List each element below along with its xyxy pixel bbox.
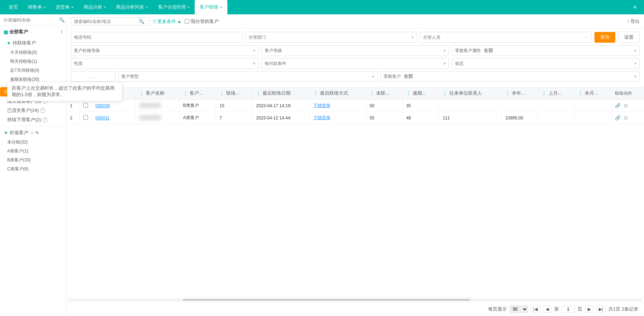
nav-analysis[interactable]: 商品分析 × (79, 0, 111, 14)
manager-field[interactable]: 分管人员 ··· (420, 32, 592, 43)
sidebar-today-contact[interactable]: 今天待联络(0) (3, 48, 66, 57)
filter-row-2: 客户价格等级 ▾ 客户等级 ▾ 零散客户属性 全部 ▾ (71, 45, 640, 56)
row1-type: B类客户 (179, 100, 216, 112)
export-icon: ↑ (627, 19, 630, 24)
row1-action[interactable]: 🔗 ⊞ (611, 100, 644, 112)
search-icon[interactable]: 🔍 (59, 17, 65, 23)
sidebar-tomorrow-contact[interactable]: 明天待联络(1) (3, 57, 66, 66)
sidebar-7day-contact[interactable]: 近7天待联络(0) (3, 66, 66, 75)
filter-icon: ▽ (153, 19, 156, 24)
row2-grid-icon[interactable]: ⊞ (624, 115, 628, 121)
phone-field[interactable]: 电话号码 (71, 32, 242, 43)
th-not-contact: ⋮ 未联... (366, 87, 402, 100)
sidebar-class-c[interactable]: C类客户(6) (0, 165, 66, 174)
sidebar-churned[interactable]: 已流失客户(24) ? (0, 106, 66, 115)
filter-search-input[interactable] (74, 19, 139, 24)
retail-attr-dropdown-icon: ▾ (634, 48, 636, 53)
last-page-button[interactable]: ▶| (596, 306, 606, 313)
nav-customer-tier[interactable]: 客户分层经营 × (153, 0, 195, 14)
row1-check[interactable] (79, 100, 92, 112)
nav-sales[interactable]: 销售单 × (23, 0, 51, 14)
row1-last-month (538, 100, 575, 112)
row2-unit-contact: 111 (439, 112, 501, 124)
content-area: 🔍 ▽ 更多条件 ▲ 我分管的客户 ↑ 导出 电话号码 (66, 14, 644, 316)
sidebar-class-b[interactable]: B类客户(33) (0, 156, 66, 165)
nav-purchase[interactable]: 进货单 × (51, 0, 78, 14)
th-last-month: ⋮ 上月... (538, 87, 575, 100)
customer-table: ⚙ ⋮ 客户编码 ⋮ 客户名称 (66, 87, 644, 124)
my-customers-check[interactable] (185, 19, 189, 24)
row1-name[interactable] (135, 100, 179, 112)
row1-link-icon[interactable]: 🔗 (615, 103, 621, 108)
export-button[interactable]: ↑ 导出 (627, 18, 640, 25)
prev-page-button[interactable]: ◀ (543, 306, 551, 313)
page-number-input[interactable] (562, 306, 575, 313)
payment-field[interactable]: 收付款条件 ▾ (261, 58, 449, 69)
edit-icon2[interactable]: ✎ (35, 130, 39, 136)
dept-field[interactable]: 分管部门 ▾ (245, 32, 417, 43)
query-button[interactable]: 查询 (594, 32, 615, 43)
manager-dots: ··· (583, 34, 588, 40)
horizontal-scrollbar[interactable] (66, 297, 644, 302)
row1-checkbox[interactable] (83, 103, 88, 108)
customer-type-field[interactable]: 客户类型 ▾ (118, 71, 377, 82)
row2-last-method[interactable]: 下销货单 (310, 112, 366, 124)
th-last-contact-method: ⋮ 最后联络方式 (310, 87, 366, 100)
window-close-button[interactable]: × (629, 4, 640, 11)
table-header-row: ⚙ ⋮ 客户编码 ⋮ 客户名称 (66, 87, 644, 100)
th-overdue: ⋮ 逾期... (402, 87, 439, 100)
sidebar-ungrouped[interactable]: 未分组(32) (0, 138, 66, 147)
nav-customer-contact[interactable]: 客户联络 × (195, 0, 227, 14)
nav-home[interactable]: 首页 (4, 0, 23, 14)
row2-contact: 7 (216, 112, 252, 124)
status-field[interactable]: 状态 ▾ (452, 58, 640, 69)
first-page-button[interactable]: |◀ (531, 306, 540, 313)
retail-customer-field[interactable]: 零散客户 全部 ▾ (380, 71, 640, 82)
row2-last-month (538, 112, 575, 124)
row2-last-date: 2023-04-12 14:44: (252, 112, 310, 124)
scroll-thumb[interactable] (183, 299, 470, 301)
next-page-button[interactable]: ▶ (585, 306, 593, 313)
th-this-year: ⋮ 本年... (501, 87, 538, 100)
nav-analysis-list[interactable]: 商品分析列表 × (111, 0, 153, 14)
pending-contact-title[interactable]: ▼ 待联络客户 (3, 38, 66, 48)
sidebar-all-customers[interactable]: ▦ 全部客户 《 (0, 26, 66, 38)
filter-search-wrap: 🔍 (71, 17, 150, 25)
dots-field[interactable]: ... (71, 71, 115, 82)
sidebar-class-a[interactable]: A类客户(1) (0, 147, 66, 156)
info-icon-3: ? (40, 108, 45, 113)
collapse-icon: 《 (59, 29, 62, 35)
sidebar-declining[interactable]: 持续下滑客户(2) ? (0, 115, 66, 124)
my-customers-checkbox[interactable]: 我分管的客户 (185, 18, 219, 25)
customer-type-dropdown-icon: ▾ (372, 74, 374, 79)
row1-grid-icon[interactable]: ⊞ (624, 103, 628, 108)
sidebar-search-input[interactable] (4, 18, 57, 23)
row2-check[interactable] (79, 112, 92, 124)
tooltip-box: 距客户上次交易时长，超过了此客户的平均交易周期的1.5倍，则视为异常。 (7, 82, 122, 101)
row2-link-icon[interactable]: 🔗 (615, 115, 621, 121)
price-grade-field[interactable]: 客户价格等级 ▾ (71, 45, 259, 56)
settings-button[interactable]: 设置 (618, 32, 640, 43)
row2-checkbox[interactable] (83, 115, 88, 120)
row1-code[interactable]: 000039 (92, 100, 135, 112)
row1-this-year (501, 100, 538, 112)
total-pages: 共1页 2条记录 (608, 306, 638, 312)
customer-grade-field[interactable]: 客户等级 ▾ (261, 45, 449, 56)
gender-field[interactable]: 性质 ▾ (71, 58, 259, 69)
per-page-select[interactable]: 50 100 200 (510, 305, 528, 313)
row1-not-contact: 50 (366, 100, 402, 112)
edit-icon[interactable]: ⊙ (31, 131, 34, 135)
row2-this-year: 10995.00 (501, 112, 538, 124)
row2-name[interactable] (135, 112, 179, 124)
more-conditions-button[interactable]: ▽ 更多条件 ▲ (153, 18, 182, 25)
row1-last-method[interactable]: 下销货单 (310, 100, 366, 112)
row1-last-date: 2023-04-17 14:19: (252, 100, 310, 112)
table-row: 1 000039 B类客户 15 2023-04-17 14:19: 下销货单 (66, 100, 644, 112)
row2-code[interactable]: 000031 (92, 112, 135, 124)
th-name: ⋮ 客户名称 (135, 87, 179, 100)
sidebar-value-section[interactable]: ▼ 价值客户 ⊙ ✎ (0, 128, 66, 138)
retail-attr-field[interactable]: 零散客户属性 全部 ▾ (452, 45, 640, 56)
row2-action[interactable]: 🔗 ⊞ (611, 112, 644, 124)
filter-search-icon[interactable]: 🔍 (139, 19, 144, 24)
filter-row-3: 性质 ▾ 收付款条件 ▾ 状态 ▾ (71, 58, 640, 69)
